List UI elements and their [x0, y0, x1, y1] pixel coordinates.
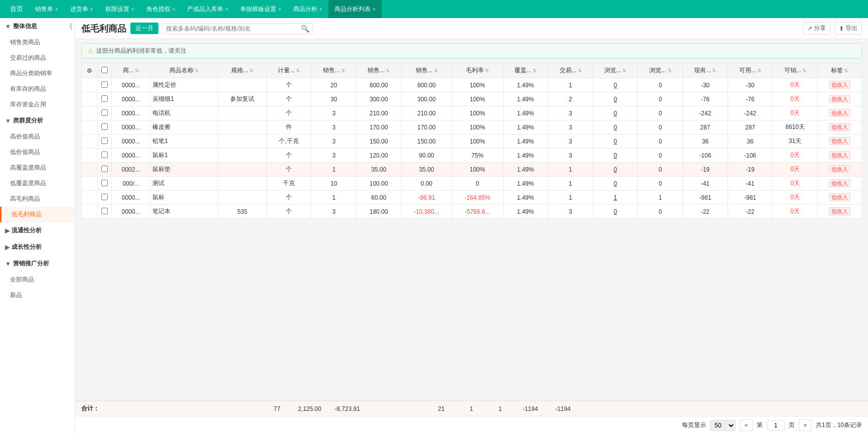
sidebar-group-cluster[interactable]: ▼ 类群度分析 [0, 112, 75, 129]
cell-checkbox-3[interactable] [98, 120, 112, 134]
col-coverage[interactable]: 覆盖...⇅ [503, 63, 548, 78]
sidebar-item-all-goods[interactable]: 全部商品 [0, 272, 75, 287]
nav-purchase[interactable]: 进货单× [64, 0, 99, 18]
cell-checkbox-9[interactable] [98, 205, 112, 219]
col-sales-amount[interactable]: 销售...⇅ [357, 63, 402, 78]
col-current-stock[interactable]: 现有...⇅ [683, 63, 728, 78]
sidebar-item-high-profit[interactable]: 高毛利商品 [0, 191, 75, 207]
nav-close-products[interactable]: × [225, 7, 228, 12]
nav-close-analysis-list[interactable]: × [373, 7, 376, 12]
sidebar-group-marketing[interactable]: ▼ 营销推广分析 [0, 255, 75, 272]
row-checkbox-0[interactable] [101, 81, 108, 88]
cell-browse1-7[interactable]: 0 [593, 177, 638, 191]
col-tag[interactable]: 标签⇅ [817, 63, 861, 78]
row-checkbox-8[interactable] [101, 194, 108, 200]
sidebar-item-low-coverage[interactable]: 低覆盖度商品 [0, 176, 75, 191]
col-spec[interactable]: 规格...⇅ [218, 63, 266, 78]
row-checkbox-1[interactable] [101, 95, 108, 102]
select-all-checkbox[interactable] [101, 67, 108, 73]
cell-browse1-4[interactable]: 0 [593, 134, 638, 149]
row-checkbox-3[interactable] [101, 123, 108, 130]
next-page-btn[interactable]: ＞ [799, 419, 812, 431]
sidebar-item-new-goods[interactable]: 新品 [0, 287, 75, 303]
page-input[interactable] [767, 420, 785, 430]
search-input[interactable] [166, 25, 301, 32]
nav-close-sales[interactable]: × [55, 7, 58, 12]
col-available-stock[interactable]: 可用...⇅ [728, 63, 773, 78]
cell-browse1-3[interactable]: 0 [593, 120, 638, 134]
cell-trade-count-3: 3 [548, 120, 593, 134]
cell-checkbox-5[interactable] [98, 149, 112, 163]
col-name[interactable]: 商品名称⇅ [150, 63, 218, 78]
row-checkbox-4[interactable] [101, 137, 108, 144]
nav-close-permissions[interactable]: × [131, 7, 134, 12]
period-button[interactable]: 近一月 [130, 23, 158, 34]
cell-browse1-5[interactable]: 0 [593, 149, 638, 163]
col-sales-qty[interactable]: 销售...⇅ [311, 63, 357, 78]
col-gross-margin[interactable]: 毛利率⇅ [452, 63, 503, 78]
row-checkbox-6[interactable] [101, 166, 108, 172]
col-sales-profit[interactable]: 销售...⇅ [401, 63, 452, 78]
cell-browse1-0[interactable]: 0 [593, 78, 638, 92]
sidebar-item-stock-capital[interactable]: 库存资金占用 [0, 97, 75, 112]
cell-settings-7 [82, 177, 98, 191]
col-browse1[interactable]: 浏览...⇅ [593, 63, 638, 78]
cell-trade-count-8: 1 [548, 191, 593, 205]
cell-browse1-8[interactable]: 1 [593, 191, 638, 205]
cell-browse1-9[interactable]: 0 [593, 205, 638, 219]
sidebar-item-category-rate[interactable]: 商品分类助销率 [0, 66, 75, 81]
col-settings[interactable]: ⚙ [82, 63, 98, 78]
export-icon: ⬆ [839, 25, 844, 32]
nav-close-purchase[interactable]: × [90, 7, 93, 12]
col-trade-count[interactable]: 交易...⇅ [548, 63, 593, 78]
col-browse2[interactable]: 浏览...⇅ [638, 63, 683, 78]
nav-close-roles[interactable]: × [172, 7, 176, 12]
sidebar-collapse-btn[interactable]: 《 [64, 20, 75, 33]
nav-sales[interactable]: 销售单× [29, 0, 64, 18]
sidebar-item-traded-goods[interactable]: 交易过的商品 [0, 50, 75, 66]
cell-checkbox-6[interactable] [98, 163, 112, 177]
cell-browse1-6[interactable]: 0 [593, 163, 638, 177]
export-button[interactable]: ⬆ 导出 [834, 22, 862, 35]
col-unit[interactable]: 计量...⇅ [266, 63, 311, 78]
nav-roles[interactable]: 角色授权× [140, 0, 182, 18]
col-checkbox[interactable] [98, 63, 112, 78]
cell-checkbox-0[interactable] [98, 78, 112, 92]
nav-products[interactable]: 产成品入库单× [181, 0, 234, 18]
cell-checkbox-1[interactable] [98, 92, 112, 106]
col-code[interactable]: 商...⇅ [112, 63, 150, 78]
sidebar-group-growth[interactable]: ▶ 成长性分析 [0, 239, 75, 255]
row-checkbox-9[interactable] [101, 208, 108, 214]
search-icon[interactable]: 🔍 [301, 25, 309, 33]
sidebar-item-high-value[interactable]: 高价值商品 [0, 129, 75, 144]
cell-checkbox-7[interactable] [98, 177, 112, 191]
sidebar-item-in-stock-goods[interactable]: 有库存的商品 [0, 81, 75, 97]
sidebar-group-overall[interactable]: ▼ 整体信息 [0, 18, 42, 35]
col-saleable-days[interactable]: 可销...⇅ [773, 63, 818, 78]
nav-close-templates[interactable]: × [278, 7, 281, 12]
nav-analysis[interactable]: 商品分析× [287, 0, 328, 18]
nav-analysis-list[interactable]: 商品分析列表× [328, 0, 382, 18]
cell-browse1-2[interactable]: 0 [593, 106, 638, 120]
row-checkbox-5[interactable] [101, 152, 108, 158]
tag-label-5: 低收入 [829, 151, 850, 159]
sidebar-item-high-coverage[interactable]: 高覆盖度商品 [0, 160, 75, 176]
row-checkbox-7[interactable] [101, 180, 108, 186]
nav-close-analysis[interactable]: × [319, 7, 322, 12]
prev-page-btn[interactable]: ＜ [740, 419, 753, 431]
nav-permissions[interactable]: 权限设置× [99, 0, 140, 18]
cell-checkbox-8[interactable] [98, 191, 112, 205]
sidebar-item-low-value[interactable]: 低价值商品 [0, 144, 75, 160]
row-checkbox-2[interactable] [101, 109, 108, 116]
nav-templates[interactable]: 单据模板设置× [234, 0, 287, 18]
sidebar-item-sales-goods[interactable]: 销售类商品 [0, 35, 75, 50]
cell-trade-count-0: 1 [548, 78, 593, 92]
cell-browse1-1[interactable]: 0 [593, 92, 638, 106]
per-page-select[interactable]: 50 20 100 [710, 420, 736, 431]
sidebar-group-flow[interactable]: ▶ 流通性分析 [0, 222, 75, 239]
nav-home[interactable]: 首页 [4, 0, 29, 18]
cell-checkbox-2[interactable] [98, 106, 112, 120]
cell-checkbox-4[interactable] [98, 134, 112, 149]
sidebar-item-low-profit[interactable]: 低毛利商品 [0, 207, 75, 222]
share-button[interactable]: ↗ 分享 [803, 22, 830, 35]
